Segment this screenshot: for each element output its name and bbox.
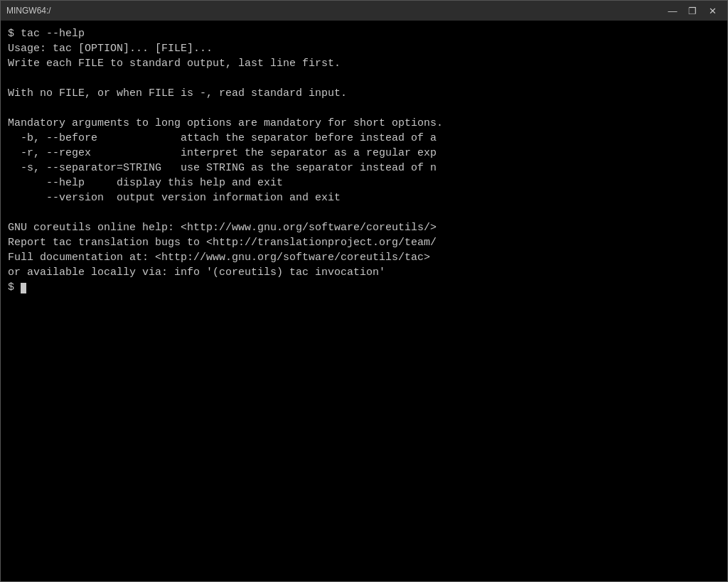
terminal-line-empty (8, 71, 720, 86)
title-bar: MINGW64:/ — ❐ ✕ (1, 1, 727, 21)
maximize-button[interactable]: ❐ (683, 4, 702, 18)
terminal-line: --version output version information and… (8, 190, 720, 205)
terminal-window: MINGW64:/ — ❐ ✕ $ tac --help Usage: tac … (0, 0, 728, 582)
terminal-line-empty (8, 101, 720, 116)
terminal-line: Report tac translation bugs to <http://t… (8, 235, 720, 250)
terminal-line: $ tac --help (8, 26, 720, 41)
window-controls: — ❐ ✕ (663, 4, 722, 18)
terminal-prompt-line: $ (8, 280, 720, 295)
terminal-line: or available locally via: info '(coreuti… (8, 265, 720, 280)
window-title: MINGW64:/ (6, 6, 51, 16)
title-bar-left: MINGW64:/ (6, 6, 51, 16)
terminal-line: With no FILE, or when FILE is -, read st… (8, 86, 720, 101)
terminal-line: Mandatory arguments to long options are … (8, 116, 720, 131)
terminal-line-empty (8, 205, 720, 220)
terminal-line: GNU coreutils online help: <http://www.g… (8, 220, 720, 235)
close-button[interactable]: ✕ (703, 4, 722, 18)
terminal-line: -b, --before attach the separator before… (8, 131, 720, 146)
terminal-line: Full documentation at: <http://www.gnu.o… (8, 250, 720, 265)
terminal-line: Usage: tac [OPTION]... [FILE]... (8, 41, 720, 56)
terminal-line: -r, --regex interpret the separator as a… (8, 146, 720, 161)
minimize-button[interactable]: — (663, 4, 682, 18)
terminal-line: --help display this help and exit (8, 176, 720, 190)
terminal-body[interactable]: $ tac --help Usage: tac [OPTION]... [FIL… (1, 21, 727, 581)
terminal-line: -s, --separator=STRING use STRING as the… (8, 161, 720, 176)
terminal-cursor (21, 283, 26, 293)
terminal-line: Write each FILE to standard output, last… (8, 56, 720, 71)
